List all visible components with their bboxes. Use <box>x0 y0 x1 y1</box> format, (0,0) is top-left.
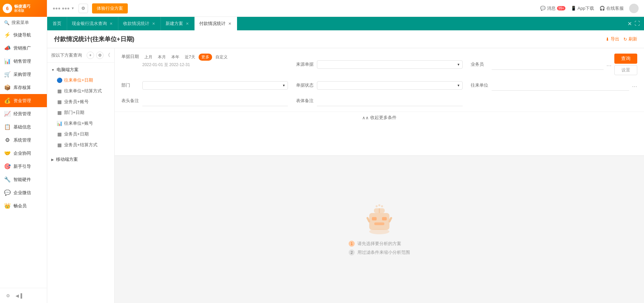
filter-salesperson-input[interactable] <box>492 60 604 68</box>
scheme-item-counterpart-date[interactable]: 🔵往来单位+日期 <box>47 75 114 86</box>
sidebar-item-marketing[interactable]: 📣营销推广 <box>0 41 47 55</box>
message-btn[interactable]: 💬 消息 99+ <box>540 5 565 11</box>
sidebar-item-member[interactable]: 👑畅会员 <box>0 199 47 212</box>
sidebar-item-hardware[interactable]: 🔧智能硬件 <box>0 173 47 186</box>
user-avatar[interactable] <box>629 4 639 13</box>
date-btn-more[interactable]: 更多 <box>199 54 212 61</box>
scheme-group-chevron-mobile: ▶ <box>51 158 54 161</box>
app-logo-icon: 6 <box>3 4 12 13</box>
sidebar-item-wechat[interactable]: 💬企业微信 <box>0 186 47 199</box>
scheme-group-header-mobile[interactable]: ▶移动端方案 <box>47 154 114 164</box>
nav-icon-system: ⚙ <box>4 137 11 143</box>
date-btn-this-year[interactable]: 本年 <box>169 54 181 61</box>
scheme-group-header-desktop[interactable]: ▼电脑端方案 <box>47 65 114 75</box>
export-icon: ⬇ <box>606 37 609 42</box>
filter-header-note-input[interactable] <box>142 97 288 104</box>
tab-new-scheme[interactable]: 新建方案✕ <box>161 17 195 30</box>
sidebar-item-quick-nav[interactable]: ⚡快捷导航 <box>0 28 47 41</box>
tab-receipts[interactable]: 收款情况统计✕ <box>118 17 161 30</box>
svg-rect-1 <box>369 213 389 230</box>
filter-body-note-wrap <box>317 95 463 106</box>
search-menu-item[interactable]: 🔍 搜索菜单 <box>0 17 47 28</box>
expand-tab-icon[interactable]: ⛶ <box>635 21 640 27</box>
close-tab-icon[interactable]: ✕ <box>627 21 632 27</box>
tip-2-text: 用过滤条件来缩小分析范围 <box>357 249 410 255</box>
tab-cash-flow[interactable]: 现金银行流水查询✕ <box>67 17 118 30</box>
tab-close-receipts[interactable]: ✕ <box>151 21 156 27</box>
topbar-settings-btn[interactable]: ⚙ <box>79 4 88 13</box>
sidebar-item-guide[interactable]: 🎯新手引导 <box>0 160 47 173</box>
tab-label-receipts: 收款情况统计 <box>123 21 149 27</box>
scheme-panel: 按以下方案查询 + ⚙ 《 ▼电脑端方案🔵往来单位+日期▦往来单位+结算方式▦业… <box>47 48 115 303</box>
nav-label-basic-info: 基础信息 <box>13 124 31 130</box>
sidebar-item-enterprise[interactable]: 🤝企业协同 <box>0 147 47 160</box>
tab-close-payments[interactable]: ✕ <box>228 21 232 27</box>
sidebar-settings-icon[interactable]: ⚙ <box>4 292 12 300</box>
sidebar-item-basic-info[interactable]: 📋基础信息 <box>0 120 47 133</box>
refresh-btn[interactable]: ↻ 刷新 <box>623 36 637 42</box>
filter-dept-select[interactable]: ▾ <box>142 81 288 90</box>
svg-line-5 <box>368 218 369 221</box>
scheme-item-counterpart-account[interactable]: 📊往来单位+账号 <box>47 118 114 129</box>
collapse-more-icon: ∧∧ <box>362 115 369 120</box>
salesperson-more-btn[interactable]: … <box>606 61 612 67</box>
filter-date-field: 单据日期 上月 本月 本年 近7天 更多 自定义 2022-01-01 至 20… <box>121 54 288 75</box>
try-industry-btn[interactable]: 体验行业方案 <box>92 3 128 13</box>
settings-btn[interactable]: 设置 <box>614 65 637 75</box>
sidebar-item-system[interactable]: ⚙系统管理 <box>0 133 47 147</box>
tab-home[interactable]: 首页 <box>47 17 67 30</box>
sidebar-item-purchase[interactable]: 🛒采购管理 <box>0 68 47 81</box>
search-icon: 🔍 <box>4 20 9 25</box>
nav-icon-quick-nav: ⚡ <box>4 32 11 38</box>
export-btn[interactable]: ⬇ 导出 <box>606 36 619 42</box>
filter-area: 单据日期 上月 本月 本年 近7天 更多 自定义 2022-01-01 至 20… <box>115 48 644 156</box>
add-scheme-btn[interactable]: + <box>87 52 94 59</box>
filter-source-select[interactable]: ▾ <box>317 60 463 69</box>
tab-payments[interactable]: 付款情况统计✕ <box>195 17 237 30</box>
filter-salesperson-label: 业务员 <box>471 61 489 67</box>
query-btn[interactable]: 查询 <box>614 54 637 64</box>
date-btn-custom[interactable]: 自定义 <box>213 54 230 61</box>
filter-body-note-input[interactable] <box>317 97 463 104</box>
filter-body-note-label: 表体备注 <box>296 98 314 104</box>
sidebar-item-inventory[interactable]: 📦库存核算 <box>0 81 47 94</box>
svg-point-10 <box>378 204 380 206</box>
scheme-collapse-btn[interactable]: 《 <box>106 52 110 58</box>
scheme-item-counterpart-settlement[interactable]: ▦往来单位+结算方式 <box>47 86 114 96</box>
online-service-btn[interactable]: 🎧 在线客服 <box>599 5 624 11</box>
tab-list: 首页现金银行流水查询✕收款情况统计✕新建方案✕付款情况统计✕ <box>47 17 237 30</box>
sidebar-item-sales[interactable]: 📊销售管理 <box>0 55 47 68</box>
tab-label-new-scheme: 新建方案 <box>166 21 183 27</box>
date-btn-last-month[interactable]: 上月 <box>142 54 154 61</box>
date-btn-7days[interactable]: 近7天 <box>183 54 197 61</box>
nav-icon-enterprise: 🤝 <box>4 150 11 156</box>
sidebar-item-capital[interactable]: 💰资金管理 <box>0 94 47 107</box>
nav-label-system: 系统管理 <box>13 137 31 143</box>
filter-counterpart-input[interactable] <box>492 81 629 89</box>
topbar-right: 💬 消息 99+ 📱 App下载 🎧 在线客服 <box>540 4 639 13</box>
counterpart-more-btn[interactable]: … <box>632 82 637 88</box>
scheme-item-label-dept-date: 部门+日期 <box>64 110 84 116</box>
topbar: ●●● ●●● ▼ ⚙ 体验行业方案 💬 消息 99+ 📱 App下载 🎧 在线… <box>47 0 644 17</box>
tab-label-payments: 付款情况统计 <box>199 21 226 27</box>
app-logo-text: 畅捷通巧 标准版 <box>14 4 30 13</box>
date-btn-this-month[interactable]: 本月 <box>156 54 168 61</box>
scheme-item-salesperson-settlement[interactable]: ▦业务员+结算方式 <box>47 140 114 150</box>
tab-close-cash-flow[interactable]: ✕ <box>109 21 113 27</box>
scheme-item-salesperson-date[interactable]: ▦业务员+日期 <box>47 129 114 140</box>
app-download-btn[interactable]: 📱 App下载 <box>571 5 594 11</box>
sidebar-item-operations[interactable]: 📈经营管理 <box>0 107 47 120</box>
scheme-item-salesperson-account[interactable]: ▦业务员+账号 <box>47 96 114 107</box>
collapse-more-btn[interactable]: ∧∧ 收起更多条件 <box>115 112 644 123</box>
scheme-item-icon-counterpart-settlement: ▦ <box>57 88 62 94</box>
filter-status-select[interactable]: ▾ <box>317 81 463 90</box>
scheme-item-dept-date[interactable]: ▦部门+日期 <box>47 107 114 118</box>
sidebar-collapse-icon[interactable]: ◀▐ <box>15 292 23 300</box>
sidebar: 6 畅捷通巧 标准版 🔍 搜索菜单 ⚡快捷导航📣营销推广📊销售管理🛒采购管理📦库… <box>0 0 47 303</box>
scheme-settings-btn[interactable]: ⚙ <box>96 52 104 59</box>
topbar-arrow-icon: ▼ <box>71 6 75 10</box>
tab-close-new-scheme[interactable]: ✕ <box>185 21 189 27</box>
scheme-panel-header-icons: + ⚙ 《 <box>87 52 110 59</box>
nav-label-marketing: 营销推广 <box>13 45 31 51</box>
filter-source-label: 来源单据 <box>296 61 314 67</box>
